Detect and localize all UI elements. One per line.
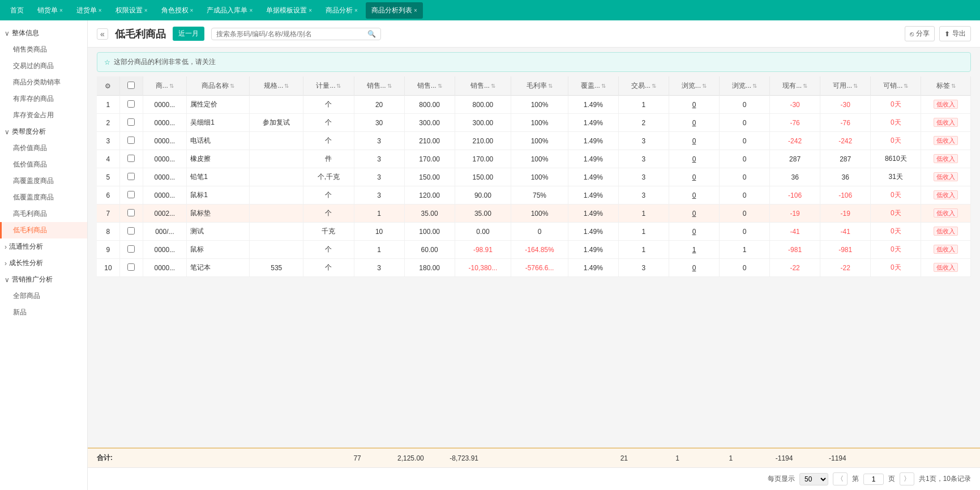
nav-role-auth[interactable]: 角色授权 ×: [156, 2, 199, 19]
row-unit: 个: [303, 204, 354, 223]
row-views1[interactable]: 0: [669, 96, 719, 114]
next-page-button[interactable]: 〉: [900, 472, 914, 485]
row-checkbox[interactable]: [119, 241, 143, 259]
sidebar-item-low-value[interactable]: 低价值商品: [0, 156, 87, 173]
row-sellable-days: 8610天: [871, 150, 921, 168]
row-checkbox[interactable]: [119, 114, 143, 132]
sidebar-group-marketing[interactable]: ∨ 营销推广分析: [0, 271, 87, 288]
footer-spacer3: [224, 454, 277, 462]
nav-product-analysis-list[interactable]: 商品分析列表 ×: [366, 2, 423, 19]
col-sales-qty[interactable]: 销售...⇅: [354, 76, 404, 96]
nav-permissions[interactable]: 权限设置 ×: [110, 2, 153, 19]
sidebar-item-high-margin[interactable]: 高毛利商品: [0, 206, 87, 222]
row-views1[interactable]: 0: [669, 204, 719, 223]
row-gross-margin: 100%: [511, 96, 568, 114]
sidebar-item-new-goods[interactable]: 新品: [0, 304, 87, 321]
nav-sales-order[interactable]: 销货单 ×: [32, 2, 69, 19]
col-sales-amount[interactable]: 销售...⇅: [404, 76, 455, 96]
sidebar-item-sales-goods[interactable]: 销售类商品: [0, 41, 87, 58]
nav-purchase-order[interactable]: 进货单 ×: [71, 2, 108, 19]
col-code[interactable]: 商...⇅: [143, 76, 187, 96]
row-checkbox[interactable]: [119, 223, 143, 241]
sidebar-item-stock-goods[interactable]: 有库存的商品: [0, 91, 87, 107]
row-coverage: 1.49%: [568, 223, 618, 241]
table-row: 50000...铅笔1个,千克3150.00150.00100%1.49%300…: [97, 168, 971, 186]
nav-close-icon[interactable]: ×: [99, 7, 102, 14]
row-checkbox[interactable]: [119, 132, 143, 150]
col-unit[interactable]: 计量...⇅: [303, 76, 354, 96]
nav-close-icon[interactable]: ×: [144, 7, 148, 14]
nav-product-analysis[interactable]: 商品分析 ×: [320, 2, 363, 19]
row-views1[interactable]: 1: [669, 241, 719, 259]
sidebar-item-traded-goods[interactable]: 交易过的商品: [0, 58, 87, 74]
col-coverage[interactable]: 覆盖...⇅: [568, 76, 618, 96]
col-available-stock[interactable]: 可用...⇅: [820, 76, 871, 96]
sidebar-item-high-coverage[interactable]: 高覆盖度商品: [0, 173, 87, 189]
nav-close-icon[interactable]: ×: [309, 7, 312, 14]
col-tag[interactable]: 标签⇅: [921, 76, 971, 96]
row-checkbox[interactable]: [119, 168, 143, 186]
expand-icon: ∨: [5, 128, 10, 136]
sidebar-group-circulation[interactable]: › 流通性分析: [0, 238, 87, 255]
row-name: 鼠标1: [187, 186, 250, 204]
row-views1[interactable]: 0: [669, 132, 719, 150]
row-sales-amount: 150.00: [404, 168, 455, 186]
row-views1[interactable]: 0: [669, 114, 719, 132]
row-checkbox[interactable]: [119, 96, 143, 114]
sidebar-item-low-coverage[interactable]: 低覆盖度商品: [0, 189, 87, 206]
col-checkbox[interactable]: [119, 76, 143, 96]
nav-home[interactable]: 首页: [5, 2, 29, 19]
row-views1[interactable]: 0: [669, 150, 719, 168]
row-num: 7: [97, 204, 119, 223]
export-button[interactable]: ⬆ 导出: [939, 26, 971, 41]
row-views1[interactable]: 0: [669, 259, 719, 277]
row-transaction: 3: [618, 132, 669, 150]
row-num: 2: [97, 114, 119, 132]
search-icon[interactable]: 🔍: [367, 30, 376, 38]
col-spec[interactable]: 规格...⇅: [250, 76, 303, 96]
row-sales-amount: 300.00: [404, 114, 455, 132]
sidebar-item-category-rate[interactable]: 商品分类助销率: [0, 74, 87, 91]
row-views1[interactable]: 0: [669, 186, 719, 204]
col-views1[interactable]: 浏览...⇅: [669, 76, 719, 96]
row-checkbox[interactable]: [119, 186, 143, 204]
sidebar-group-growth[interactable]: › 成长性分析: [0, 255, 87, 271]
col-transaction[interactable]: 交易...⇅: [618, 76, 669, 96]
nav-close-icon[interactable]: ×: [249, 7, 253, 14]
nav-close-icon[interactable]: ×: [354, 7, 358, 14]
per-page-select[interactable]: 50 100 200: [799, 473, 828, 485]
table-row: 90000...鼠标个160.00-98.91-164.85%1.49%111-…: [97, 241, 971, 259]
prev-page-button[interactable]: 〈: [833, 472, 848, 485]
nav-close-icon[interactable]: ×: [190, 7, 194, 14]
search-input[interactable]: [216, 30, 367, 38]
filter-period-button[interactable]: 近一月: [173, 27, 204, 41]
nav-finished-goods[interactable]: 产成品入库单 ×: [201, 2, 258, 19]
sidebar-item-stock-capital[interactable]: 库存资金占用: [0, 107, 87, 123]
nav-close-icon[interactable]: ×: [59, 7, 63, 14]
table-row: 8000/...测试千克10100.000.0001.49%100-41-410…: [97, 223, 971, 241]
col-name[interactable]: 商品名称⇅: [187, 76, 250, 96]
col-sales-profit[interactable]: 销售...⇅: [455, 76, 511, 96]
row-checkbox[interactable]: [119, 204, 143, 223]
sidebar-item-low-margin[interactable]: 低毛利商品: [0, 222, 87, 238]
col-current-stock[interactable]: 现有...⇅: [770, 76, 820, 96]
sidebar-collapse-button[interactable]: «: [97, 28, 108, 40]
nav-close-icon[interactable]: ×: [414, 7, 417, 14]
sidebar-item-high-value[interactable]: 高价值商品: [0, 140, 87, 156]
nav-template-settings[interactable]: 单据模板设置 ×: [260, 2, 318, 19]
col-gross-margin[interactable]: 毛利率⇅: [511, 76, 568, 96]
share-button[interactable]: ⎋ 分享: [905, 26, 935, 41]
row-checkbox[interactable]: [119, 259, 143, 277]
select-all-checkbox[interactable]: [127, 82, 135, 89]
row-checkbox[interactable]: [119, 150, 143, 168]
col-sellable-days[interactable]: 可销...⇅: [871, 76, 921, 96]
row-views1[interactable]: 0: [669, 223, 719, 241]
sidebar-group-analysis[interactable]: ∨ 类帮度分析: [0, 123, 87, 140]
sidebar-item-all-goods[interactable]: 全部商品: [0, 288, 87, 304]
page-number-input[interactable]: [863, 474, 884, 485]
col-settings[interactable]: ⚙: [97, 76, 119, 96]
row-views1[interactable]: 0: [669, 168, 719, 186]
sidebar-group-overall[interactable]: ∨ 整体信息: [0, 25, 87, 41]
col-views2[interactable]: 浏览...⇅: [720, 76, 770, 96]
row-spec: [250, 204, 303, 223]
